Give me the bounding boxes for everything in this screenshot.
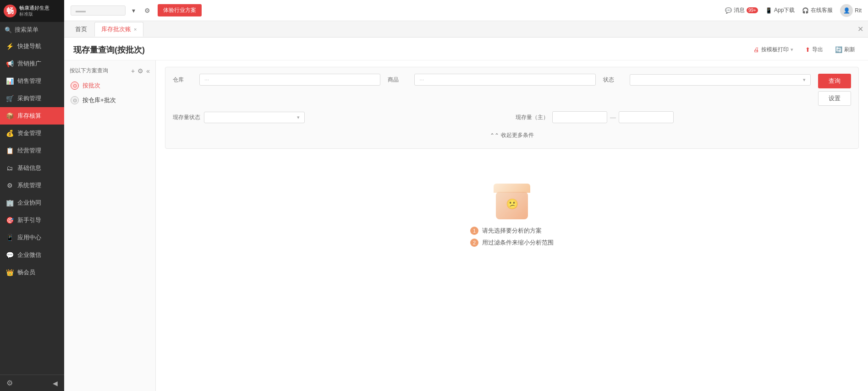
sidebar: 畅 畅康通好生意 标准版 🔍 搜索菜单 ⚡ 快捷导航 📢 营销推广 📊 销售管理… [0,0,64,391]
sidebar-item-label: 库存核算 [17,112,41,120]
plan-item-warehouse-batch[interactable]: ⊙ 按仓库+批次 [64,93,155,108]
sidebar-item-label: 营销推广 [17,60,41,68]
export-btn[interactable]: ⬆ 导出 [802,44,827,55]
sidebar-item-member[interactable]: 👑 畅会员 [0,264,64,281]
app-download-btn[interactable]: 📱 App下载 [765,6,795,14]
collapse-more-btn[interactable]: ⌃⌃ 收起更多条件 [173,129,851,142]
step-1-num: 1 [470,227,478,235]
left-panel-header: 按以下方案查询 + ⚙ « [64,65,155,78]
newbie-icon: 🎯 [5,216,14,224]
refresh-btn[interactable]: 🔄 刷新 [831,44,859,55]
inventory-status-label: 现存量状态 [173,114,200,121]
add-plan-icon[interactable]: + [131,67,135,75]
enterprise-icon: 🏢 [5,199,14,207]
sidebar-item-wechat[interactable]: 💬 企业微信 [0,246,64,264]
inventory-qty-range: — [552,111,851,123]
filter-status: 状态 ▾ [603,74,811,86]
sidebar-item-enterprise[interactable]: 🏢 企业协同 [0,194,64,212]
topbar-search-box[interactable]: ▬▬ [71,5,126,16]
topbar-right: 💬 消息 99+ 📱 App下载 🎧 在线客服 👤 Rit [725,4,862,17]
online-service-btn[interactable]: 🎧 在线客服 [802,6,833,14]
app-download-label: App下载 [774,6,795,14]
topbar-settings-icon[interactable]: ⚙ [142,5,153,16]
settings-button[interactable]: 设置 [818,91,851,106]
page-header-actions: 🖨 按模板打印 ▾ ⬆ 导出 🔄 刷新 [750,44,859,55]
sidebar-item-label: 企业微信 [17,251,41,259]
qty-min-input[interactable] [552,111,607,123]
warehouse-input[interactable]: ··· [199,74,380,86]
plan-settings-icon[interactable]: ⚙ [137,67,143,75]
sidebar-settings-icon[interactable]: ⚙ [6,379,13,387]
tab-inventory[interactable]: 库存批次账 × [94,22,143,37]
export-icon: ⬆ [805,46,810,53]
sidebar-item-purchase[interactable]: 🛒 采购管理 [0,90,64,107]
experience-button[interactable]: 体验行业方案 [158,4,202,16]
tab-home[interactable]: 首页 [69,22,93,36]
sidebar-item-label: 销售管理 [17,77,41,85]
sidebar-item-operation[interactable]: 📋 经营管理 [0,142,64,159]
query-button[interactable]: 查询 [818,74,851,88]
print-btn[interactable]: 🖨 按模板打印 ▾ [750,44,797,55]
sidebar-item-label: 系统管理 [17,181,41,190]
qty-sep: — [610,114,616,121]
sidebar-item-label: 快捷导航 [17,42,41,50]
sidebar-item-label: 畅会员 [17,268,35,277]
step-2-num: 2 [470,239,478,247]
topbar-dropdown-icon[interactable]: ▾ [129,5,138,16]
inv-status-dropdown-icon: ▾ [297,114,300,120]
sidebar-item-sales[interactable]: 📊 销售管理 [0,72,64,90]
sidebar-item-label: 资金管理 [17,129,41,137]
member-icon: 👑 [5,268,14,277]
purchase-icon: 🛒 [5,94,14,103]
empty-steps: 1 请先选择要分析的方案 2 用过滤条件来缩小分析范围 [470,227,554,247]
tabbar: 首页 库存批次账 × ✕ [64,21,868,38]
product-input[interactable]: ··· [414,74,595,86]
user-area[interactable]: 👤 Rit [840,4,862,17]
right-area: 仓库 ··· 商品 ··· [156,60,868,391]
inventory-status-select[interactable]: ▾ [204,112,305,123]
empty-box-top [494,184,530,193]
status-select[interactable]: ▾ [630,74,811,86]
sidebar-item-marketing[interactable]: 📢 营销推广 [0,55,64,72]
app-info: 畅康通好生意 标准版 [19,5,49,17]
topbar-search-area: ▬▬ ▾ ⚙ [71,5,153,16]
panel-close-icon[interactable]: ✕ [857,25,863,33]
plan-wh-batch-icon: ⊙ [71,96,79,104]
collapse-label: 收起更多条件 [501,131,534,139]
panel-header-label: 按以下方案查询 [70,67,108,75]
sales-icon: 📊 [5,77,14,85]
sidebar-item-finance[interactable]: 💰 资金管理 [0,125,64,142]
panel-collapse-icon[interactable]: « [146,67,150,75]
warehouse-dots: ··· [204,76,209,83]
wechat-icon: 💬 [5,251,14,259]
sidebar-item-quicknav[interactable]: ⚡ 快捷导航 [0,38,64,55]
page-content: 现存量查询(按批次) 🖨 按模板打印 ▾ ⬆ 导出 🔄 刷新 [64,38,868,391]
app-name: 畅康通好生意 [19,5,49,11]
page-title: 现存量查询(按批次) [73,44,145,55]
sidebar-item-basic[interactable]: 🗂 基础信息 [0,159,64,177]
sidebar-item-system[interactable]: ⚙ 系统管理 [0,177,64,194]
filter-inventory-status: 现存量状态 ▾ [173,112,508,123]
empty-step-1: 1 请先选择要分析的方案 [470,227,554,235]
sidebar-item-label: 企业协同 [17,199,41,207]
main-area: ▬▬ ▾ ⚙ 体验行业方案 💬 消息 99+ 📱 App下载 🎧 在线客服 👤 … [64,0,868,391]
print-icon: 🖨 [753,46,759,53]
app-logo: 畅 [4,5,16,17]
sidebar-collapse-icon[interactable]: ◀ [53,380,58,387]
sidebar-search[interactable]: 🔍 搜索菜单 [0,22,64,38]
messages-btn[interactable]: 💬 消息 99+ [725,6,758,14]
sidebar-item-apps[interactable]: 📱 应用中心 [0,229,64,246]
tab-close-icon[interactable]: × [134,27,137,32]
sidebar-item-inventory[interactable]: 📦 库存核算 [0,107,64,125]
print-dropdown-icon: ▾ [791,47,793,53]
system-icon: ⚙ [5,181,14,190]
status-dropdown-icon: ▾ [803,77,806,83]
empty-illustration: 😕 [489,174,535,219]
sidebar-item-label: 基础信息 [17,164,41,172]
qty-max-input[interactable] [619,111,674,123]
plan-item-batch[interactable]: ⊙ 按批次 [64,78,155,93]
operation-icon: 📋 [5,147,14,155]
messages-badge: 99+ [747,7,758,13]
filter-product: 商品 ··· [388,74,595,86]
sidebar-item-newbie[interactable]: 🎯 新手引导 [0,212,64,229]
